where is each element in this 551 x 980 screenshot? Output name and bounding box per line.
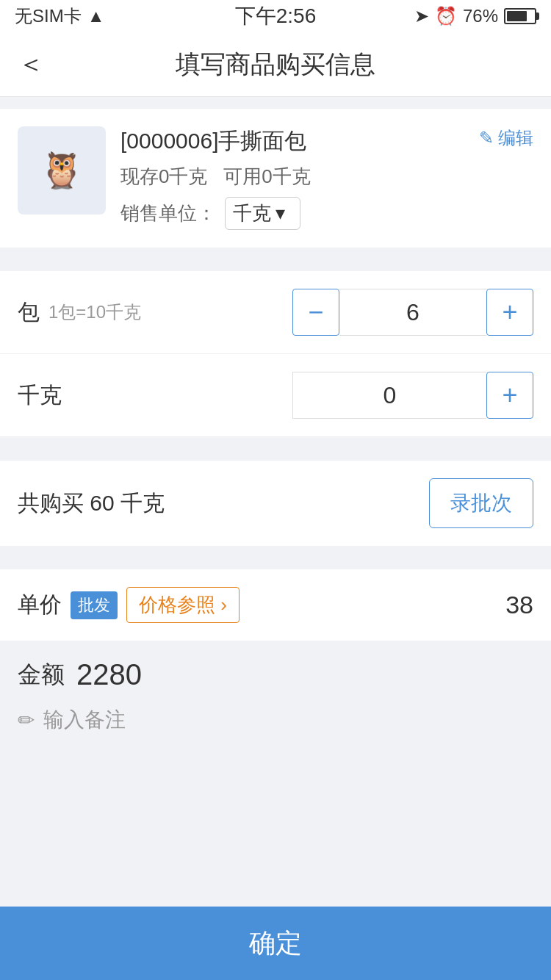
- kg-input-row: 千克 +: [0, 354, 551, 437]
- chevron-down-icon: ▾: [276, 202, 285, 225]
- kg-quantity-input[interactable]: [292, 372, 486, 419]
- kg-quantity-control: +: [292, 372, 533, 419]
- wifi-icon: ▲: [87, 6, 105, 26]
- package-label: 包 1包=10千克: [18, 298, 292, 328]
- price-label: 单价: [18, 590, 62, 620]
- carrier-label: 无SIM卡: [15, 4, 82, 28]
- page-title: 填写商品购买信息: [176, 48, 375, 82]
- amount-section: 金额 2280 ✏ 输入备注: [0, 641, 551, 752]
- kg-label: 千克: [18, 381, 292, 411]
- note-placeholder: 输入备注: [43, 706, 126, 734]
- alarm-icon: ⏰: [435, 6, 457, 26]
- unit-value: 千克: [233, 201, 271, 226]
- separator-1: [0, 248, 551, 259]
- status-bar: 无SIM卡 ▲ 下午2:56 ➤ ⏰ 76%: [0, 0, 551, 32]
- status-bar-right: ➤ ⏰ 76%: [414, 6, 536, 26]
- edit-button[interactable]: ✎ 编辑: [479, 126, 533, 150]
- price-reference-button[interactable]: 价格参照 ›: [126, 587, 240, 623]
- unit-label: 销售单位：: [120, 201, 216, 226]
- product-card: 🦉 [0000006]手撕面包 现存0千克 可用0千克 销售单位： 千克 ▾ ✎…: [0, 109, 551, 248]
- status-bar-time: 下午2:56: [235, 2, 317, 30]
- battery-fill: [507, 11, 527, 21]
- pencil-icon: ✏: [18, 708, 35, 732]
- location-icon: ➤: [414, 6, 429, 26]
- price-section: 单价 批发 价格参照 › 38: [0, 569, 551, 641]
- input-section: 包 1包=10千克 − + 千克 +: [0, 271, 551, 437]
- amount-label: 金额: [18, 659, 65, 691]
- stock-current: 现存0千克: [120, 165, 207, 187]
- package-label-text: 包: [18, 298, 40, 328]
- package-plus-button[interactable]: +: [486, 289, 533, 336]
- confirm-button[interactable]: 确定: [0, 907, 551, 980]
- package-label-sub: 1包=10千克: [48, 300, 141, 324]
- separator-2: [0, 437, 551, 449]
- edit-label: 编辑: [498, 126, 533, 150]
- summary-text: 共购买 60 千克: [18, 489, 165, 519]
- package-quantity-control: − +: [292, 289, 533, 336]
- package-input-row: 包 1包=10千克 − +: [0, 271, 551, 354]
- price-label-group: 单价 批发 价格参照 ›: [18, 587, 240, 623]
- battery-percent: 76%: [463, 6, 498, 26]
- amount-value: 2280: [76, 658, 142, 691]
- package-quantity-input[interactable]: [339, 289, 486, 336]
- product-name: [0000006]手撕面包: [120, 126, 533, 156]
- back-button[interactable]: ＜: [18, 46, 44, 82]
- record-batch-button[interactable]: 录批次: [429, 478, 533, 528]
- price-type-badge: 批发: [71, 591, 118, 619]
- edit-icon: ✎: [479, 128, 494, 148]
- summary-section: 共购买 60 千克 录批次: [0, 461, 551, 546]
- product-unit-row: 销售单位： 千克 ▾: [120, 197, 533, 230]
- battery-icon: [504, 8, 536, 24]
- nav-bar: ＜ 填写商品购买信息: [0, 32, 551, 97]
- kg-plus-button[interactable]: +: [486, 372, 533, 419]
- stock-available: 可用0千克: [223, 165, 310, 187]
- product-thumbnail: 🦉: [18, 126, 106, 215]
- note-row[interactable]: ✏ 输入备注: [18, 706, 533, 734]
- amount-row: 金额 2280: [18, 658, 533, 691]
- product-image-icon: 🦉: [40, 150, 84, 191]
- status-bar-left: 无SIM卡 ▲: [15, 4, 104, 28]
- unit-selector[interactable]: 千克 ▾: [225, 197, 300, 230]
- package-minus-button[interactable]: −: [292, 289, 339, 336]
- product-info: [0000006]手撕面包 现存0千克 可用0千克 销售单位： 千克 ▾: [120, 126, 533, 230]
- separator-3: [0, 546, 551, 558]
- kg-label-text: 千克: [18, 381, 62, 411]
- product-stock: 现存0千克 可用0千克: [120, 164, 533, 190]
- price-value: 38: [505, 591, 533, 619]
